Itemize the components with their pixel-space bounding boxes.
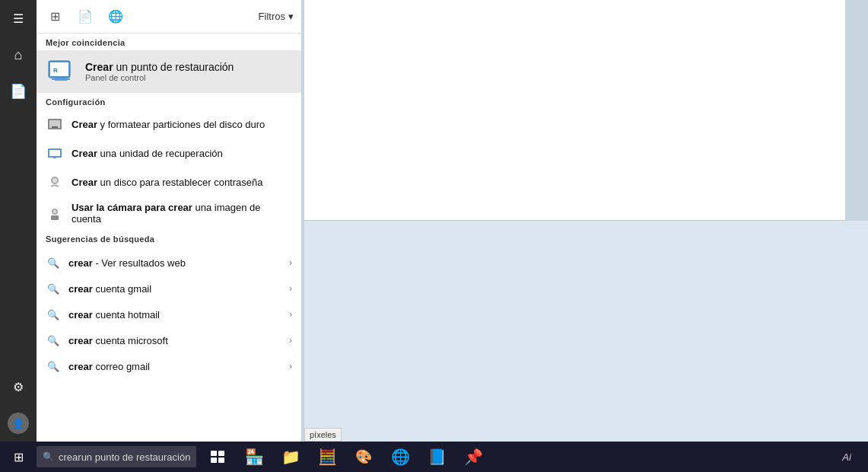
sidebar-home[interactable]: ⌂: [0, 37, 37, 73]
taskbar-paint[interactable]: 🎨: [345, 442, 382, 472]
sidebar-settings[interactable]: ⚙: [0, 368, 37, 405]
suggestion-item-3[interactable]: 🔍 crear cuenta microsoft ›: [37, 327, 301, 353]
config-text-1: Crear una unidad de recuperación: [72, 148, 223, 159]
taskbar-search-text2: un punto de restauración: [81, 451, 191, 463]
config-text-2: Crear un disco para restablecer contrase…: [72, 177, 262, 188]
config-text-0: Crear y formatear particiones del disco …: [72, 119, 265, 130]
toolbar-web-icon[interactable]: 🌐: [105, 6, 126, 27]
config-icon-3: [46, 204, 64, 222]
svg-rect-9: [49, 150, 60, 156]
suggestion-item-0[interactable]: 🔍 crear - Ver resultados web ›: [37, 250, 301, 276]
suggestion-text-4: crear correo gmail: [68, 361, 281, 372]
filter-chevron-icon: ▾: [288, 11, 294, 22]
search-icon-2: 🔍: [46, 307, 61, 322]
sidebar-user[interactable]: 👤: [0, 405, 37, 442]
taskbar-task-view[interactable]: [199, 442, 236, 472]
taskbar-store[interactable]: 🏪: [236, 442, 272, 472]
config-item-1[interactable]: Crear una unidad de recuperación: [37, 139, 301, 167]
search-icon-3: 🔍: [46, 333, 61, 348]
user-avatar: 👤: [8, 413, 29, 434]
document-area-bottom: [304, 221, 868, 442]
taskbar: ⊞ 🔍 crear un punto de restauración 🏪 📁 🧮…: [0, 442, 868, 472]
suggestion-text-2: crear cuenta hotmail: [68, 309, 281, 321]
svg-rect-19: [218, 458, 224, 463]
config-item-2[interactable]: Crear un disco para restablecer contrase…: [37, 167, 301, 196]
taskbar-chrome[interactable]: 🌐: [382, 442, 418, 472]
start-sidebar: ☰ ⌂ 📄 ⚙ 👤: [0, 0, 37, 442]
best-match-title: Crear un punto de restauración: [85, 61, 234, 73]
config-section: Crear y formatear particiones del disco …: [37, 110, 301, 230]
search-icon-0: 🔍: [46, 255, 61, 270]
config-item-0[interactable]: Crear y formatear particiones del disco …: [37, 110, 301, 139]
taskbar-sticky[interactable]: 📌: [455, 442, 491, 472]
svg-rect-18: [211, 458, 217, 463]
start-button[interactable]: ⊞: [0, 442, 37, 472]
taskbar-explorer[interactable]: 📁: [272, 442, 309, 472]
suggestions-label: Sugerencias de búsqueda: [37, 230, 301, 247]
suggestion-text-3: crear cuenta microsoft: [68, 335, 281, 346]
taskbar-ai-label[interactable]: Ai: [831, 442, 862, 472]
hamburger-icon[interactable]: ☰: [0, 0, 37, 37]
taskbar-word[interactable]: 📘: [418, 442, 455, 472]
svg-point-15: [53, 210, 56, 213]
config-item-3[interactable]: Usar la cámara para crear una imagen de …: [37, 196, 301, 230]
arrow-icon-2: ›: [289, 309, 292, 320]
px-label: píxeles: [304, 428, 342, 442]
suggestions-section: 🔍 crear - Ver resultados web › 🔍 crear c…: [37, 250, 301, 379]
toolbar-grid-icon[interactable]: ⊞: [44, 6, 65, 27]
config-text-3: Usar la cámara para crear una imagen de …: [72, 202, 292, 225]
arrow-icon-1: ›: [289, 283, 292, 294]
taskbar-search-icon: 🔍: [43, 451, 54, 462]
svg-rect-17: [218, 451, 224, 456]
suggestion-text-0: crear - Ver resultados web: [68, 257, 281, 269]
document-area: [304, 0, 845, 221]
suggestion-item-2[interactable]: 🔍 crear cuenta hotmail ›: [37, 301, 301, 327]
sidebar-document[interactable]: 📄: [0, 73, 37, 110]
svg-rect-16: [211, 451, 217, 456]
taskbar-apps: 🏪 📁 🧮 🎨 🌐 📘 📌: [199, 442, 491, 472]
taskbar-search-text: crear: [59, 451, 81, 463]
config-icon-1: [46, 144, 64, 162]
arrow-icon-4: ›: [289, 361, 292, 372]
config-icon-2: [46, 173, 64, 191]
search-icon-1: 🔍: [46, 281, 61, 296]
suggestion-item-4[interactable]: 🔍 crear correo gmail ›: [37, 353, 301, 379]
svg-rect-10: [53, 157, 56, 158]
taskbar-search-box[interactable]: 🔍 crear un punto de restauración: [37, 446, 196, 467]
taskbar-calculator[interactable]: 🧮: [309, 442, 345, 472]
svg-rect-7: [52, 126, 58, 128]
svg-text:R: R: [53, 67, 58, 74]
filter-button[interactable]: Filtros ▾: [259, 11, 294, 22]
best-match-item[interactable]: R Crear un punto de restauración Panel d…: [37, 50, 301, 93]
best-match-icon: R: [46, 56, 76, 87]
filter-label: Filtros: [259, 11, 285, 22]
taskbar-right: Ai: [831, 442, 868, 472]
suggestion-text-1: crear cuenta gmail: [68, 283, 281, 295]
arrow-icon-0: ›: [289, 257, 292, 268]
svg-rect-14: [51, 215, 59, 220]
suggestion-item-1[interactable]: 🔍 crear cuenta gmail ›: [37, 276, 301, 301]
config-label: Configuración: [37, 93, 301, 110]
search-panel: ⊞ 📄 🌐 Filtros ▾ Mejor coincidencia R Cre…: [37, 0, 301, 442]
search-toolbar: ⊞ 📄 🌐 Filtros ▾: [37, 0, 301, 33]
search-icon-4: 🔍: [46, 359, 61, 374]
best-match-text: Crear un punto de restauración Panel de …: [85, 61, 234, 82]
toolbar-doc-icon[interactable]: 📄: [75, 6, 96, 27]
best-match-subtitle: Panel de control: [85, 73, 234, 82]
config-icon-0: [46, 115, 64, 133]
svg-point-12: [52, 178, 57, 183]
best-match-label: Mejor coincidencia: [37, 33, 301, 50]
arrow-icon-3: ›: [289, 335, 292, 346]
